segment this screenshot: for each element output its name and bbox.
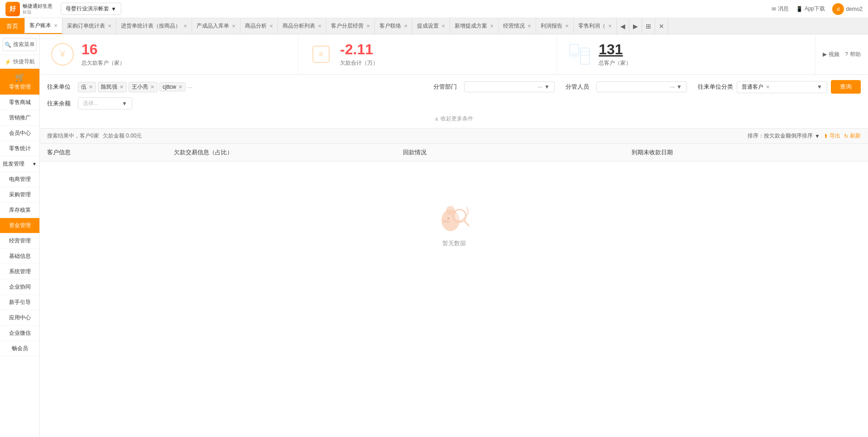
sidebar-item-vip-member[interactable]: 畅会员 (0, 341, 39, 356)
logo-text: 畅捷通好生意 标版 (23, 3, 53, 15)
chevron-down-icon2: ▼ (544, 84, 550, 90)
chevron-down-icon3: ▼ (676, 84, 682, 90)
sidebar-item-inventory[interactable]: 库存核算 (0, 203, 39, 218)
svg-rect-5 (580, 48, 590, 64)
stat-info-2: -2.11 欠款合计（万） (340, 42, 546, 67)
tab-purchase-order[interactable]: 采购订单统计表 ✕ (62, 18, 116, 34)
person-filter-select[interactable]: ··· ▼ (596, 81, 687, 92)
content-area: ¥ 16 总欠款客户（家） ⊕ -2.11 欠款合计 (40, 34, 868, 437)
sidebar-item-enterprise-collab[interactable]: 企业协同 (0, 280, 39, 295)
result-summary: 搜索结果中，客户0家 欠款金额 0.00元 (47, 132, 142, 140)
sidebar: 🔍 搜索菜单 ⚡ 快捷导航 🛒 零售管理 零售商城 营销推广 会员中心 零售统计… (0, 34, 40, 437)
stat-icon-3 (568, 43, 591, 66)
tab-close-all-btn[interactable]: ✕ (655, 18, 668, 34)
tab-add-plan[interactable]: 新增提成方案 ✕ (450, 18, 499, 34)
result-bar: 搜索结果中，客户0家 欠款金额 0.00元 排序：按欠款金额倒序排序 ▼ ⬆ 导… (40, 128, 868, 144)
sidebar-item-purchase[interactable]: 采购管理 (0, 187, 39, 203)
sidebar-item-retail-store[interactable]: 零售商城 (0, 95, 39, 110)
sidebar-item-wholesale[interactable]: 批发管理 ▼ (0, 157, 39, 172)
help-link[interactable]: ? 帮助 (845, 51, 861, 58)
tab-prev-btn[interactable]: ◀ (617, 18, 629, 34)
stats-bar: ¥ 16 总欠款客户（家） ⊕ -2.11 欠款合计 (40, 34, 868, 75)
tab-close-icon[interactable]: ✕ (490, 24, 494, 28)
tab-product-analysis-list[interactable]: 商品分析列表 ✕ (278, 18, 326, 34)
tab-retail-profit[interactable]: 零售利润（ ✕ (574, 18, 617, 34)
tab-close-icon[interactable]: ✕ (528, 24, 531, 28)
play-icon: ▶ (823, 51, 827, 57)
sidebar-item-retail-management[interactable]: 🛒 零售管理 (0, 69, 39, 95)
refresh-icon: ↻ (844, 133, 849, 139)
filter-tag-normal-customer: 普通客户 ✕ (742, 83, 770, 91)
video-link[interactable]: ▶ 视频 (823, 51, 839, 58)
refresh-btn[interactable]: ↻ 刷新 (844, 132, 861, 140)
svg-line-14 (464, 220, 469, 226)
dept-filter-select[interactable]: ··· ▼ (464, 81, 555, 92)
user-menu[interactable]: d demo2 (832, 3, 863, 15)
sidebar-item-app-center[interactable]: 应用中心 (0, 310, 39, 326)
query-button[interactable]: 查询 (831, 80, 861, 94)
remove-tag-chen[interactable]: ✕ (120, 84, 124, 90)
sidebar-item-new-guide[interactable]: 新手引导 (0, 295, 39, 310)
export-btn[interactable]: ⬆ 导出 (824, 132, 840, 140)
tab-close-icon[interactable]: ✕ (441, 24, 445, 28)
sidebar-item-ecommerce[interactable]: 电商管理 (0, 172, 39, 187)
chevron-down-icon5: ▼ (122, 100, 127, 107)
sidebar-item-basic-info[interactable]: 基础信息 (0, 249, 39, 264)
tab-close-icon[interactable]: ✕ (108, 24, 111, 28)
search-menu-btn[interactable]: 🔍 搜索菜单 (3, 38, 37, 51)
empty-illustration (436, 198, 472, 234)
help-icon: ? (845, 51, 848, 57)
tab-close-icon[interactable]: ✕ (232, 24, 235, 28)
sidebar-item-operations-mgmt[interactable]: 经营管理 (0, 233, 39, 249)
tab-close-icon[interactable]: ✕ (366, 24, 370, 28)
sidebar-item-finance[interactable]: 资金管理 (0, 218, 39, 233)
sort-select[interactable]: 排序：按欠款金额倒序排序 ▼ (748, 132, 820, 140)
table-container: 客户信息 欠款交易信息（占比） 回款情况 到期未收款日期 (40, 144, 868, 437)
balance-filter-select[interactable]: 选择... ▼ (78, 97, 132, 109)
tab-production-inbound[interactable]: 产成品入库单 ✕ (192, 18, 240, 34)
system-selector[interactable]: 母婴行业演示帐套 ▼ (61, 3, 121, 15)
tab-customer-segment[interactable]: 客户分层经营 ✕ (326, 18, 375, 34)
remove-tag-wang[interactable]: ✕ (150, 84, 154, 90)
category-filter-label: 往来单位分类 (698, 83, 733, 91)
unit-filter-label: 往来单位 (47, 83, 74, 91)
tab-close-icon[interactable]: ✕ (54, 23, 58, 28)
sidebar-item-member-center[interactable]: 会员中心 (0, 126, 39, 141)
sidebar-item-system[interactable]: 系统管理 (0, 264, 39, 280)
sidebar-item-retail-stats[interactable]: 零售统计 (0, 141, 39, 157)
tab-close-icon[interactable]: ✕ (404, 24, 408, 28)
total-arrears-number: -2.11 (340, 42, 546, 57)
tab-customer-account[interactable]: 客户账本 ✕ (25, 18, 62, 34)
collapse-btn[interactable]: ∧ 收起更多条件 (47, 113, 861, 123)
stat-actions: ▶ 视频 ? 帮助 (815, 34, 868, 74)
tab-close-icon[interactable]: ✕ (183, 24, 187, 28)
sidebar-item-enterprise-wechat[interactable]: 企业微信 (0, 326, 39, 341)
tab-close-icon[interactable]: ✕ (565, 24, 569, 28)
tab-customer-contact[interactable]: 客户联络 ✕ (375, 18, 412, 34)
app-download-btn[interactable]: 📱 App下载 (796, 5, 825, 13)
remove-category-tag[interactable]: ✕ (766, 84, 770, 90)
more-tags-btn[interactable]: ··· (187, 84, 192, 90)
remove-tag-wu[interactable]: ✕ (89, 84, 93, 90)
tab-profit-report[interactable]: 利润报告 ✕ (536, 18, 574, 34)
tab-close-icon[interactable]: ✕ (608, 24, 612, 28)
tab-home[interactable]: 首页 (0, 18, 25, 34)
tab-expand-btn[interactable]: ⊞ (642, 18, 655, 34)
tab-reminder-settings[interactable]: 提成设置 ✕ (412, 18, 450, 34)
tab-close-icon[interactable]: ✕ (269, 24, 273, 28)
category-filter-select[interactable]: 普通客户 ✕ ▼ (737, 81, 827, 93)
col-repayment: 回款情况 (403, 148, 632, 157)
tab-product-analysis[interactable]: 商品分析 ✕ (240, 18, 278, 34)
main-layout: 🔍 搜索菜单 ⚡ 快捷导航 🛒 零售管理 零售商城 营销推广 会员中心 零售统计… (0, 34, 868, 437)
message-btn[interactable]: ✉ 消息 (772, 5, 789, 13)
remove-tag-cjttcw[interactable]: ✕ (178, 84, 182, 90)
quick-nav-btn[interactable]: ⚡ 快捷导航 (0, 55, 39, 69)
empty-state: 暂无数据 (40, 162, 868, 284)
chevron-down-icon: ▼ (111, 6, 116, 12)
tab-inbound-stats[interactable]: 进货单统计表（按商品） ✕ (116, 18, 192, 34)
tab-operations[interactable]: 经营情况 ✕ (499, 18, 536, 34)
tab-close-icon[interactable]: ✕ (318, 24, 321, 28)
sidebar-item-sales-promotion[interactable]: 营销推广 (0, 110, 39, 126)
col-customer-info: 客户信息 (47, 148, 174, 157)
tab-next-btn[interactable]: ▶ (629, 18, 642, 34)
